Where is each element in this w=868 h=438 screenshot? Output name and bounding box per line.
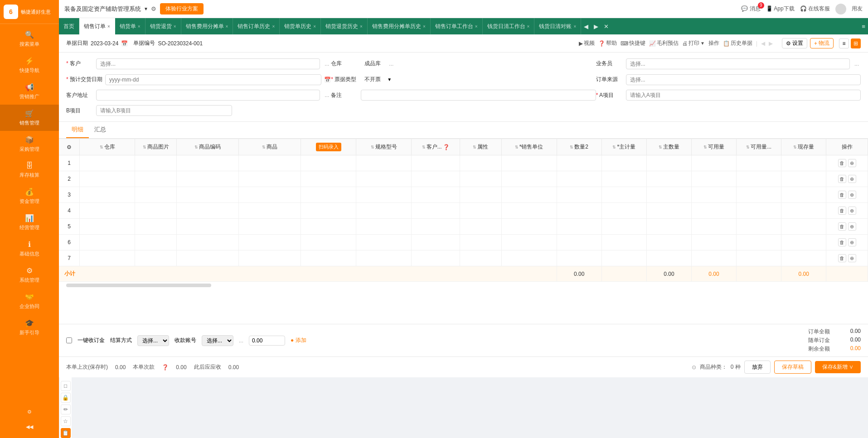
row-qty2[interactable]: [557, 250, 601, 266]
sidebar-item-sales[interactable]: 🛒 销售管理: [0, 105, 59, 131]
sidebar-item-cooperation[interactable]: 🤝 企业协同: [0, 288, 59, 314]
tab-home[interactable]: 首页: [59, 18, 79, 34]
tab-close-icon[interactable]: ×: [174, 24, 176, 29]
tab-sales-fee[interactable]: 销售费用分摊单 ×: [181, 18, 233, 34]
row-customer-code[interactable]: [412, 155, 460, 171]
row-main-qty[interactable]: [646, 171, 691, 187]
row-main-unit[interactable]: [601, 235, 646, 250]
row-code[interactable]: [176, 187, 238, 203]
tab-next-btn[interactable]: ▶: [591, 18, 601, 34]
row-code[interactable]: [176, 155, 238, 171]
save-draft-button[interactable]: 保存草稿: [774, 361, 811, 374]
amount-input[interactable]: [249, 336, 285, 346]
profit-link[interactable]: 📈 毛利预估: [649, 39, 679, 47]
tab-receipt-history[interactable]: 销货单历史 ×: [280, 18, 321, 34]
tab-close-icon[interactable]: ×: [313, 24, 316, 29]
row-copy-btn[interactable]: ⊕: [848, 175, 856, 183]
tab-close-icon[interactable]: ×: [226, 24, 228, 29]
list-view-btn[interactable]: ≡: [839, 39, 849, 48]
row-unit[interactable]: [501, 235, 557, 250]
row-unit[interactable]: [501, 187, 557, 203]
tab-order-workbench[interactable]: 销售订单工作台 ×: [431, 18, 483, 34]
sidebar-item-tutorial[interactable]: 🎓 新手引导: [0, 314, 59, 341]
row-copy-btn[interactable]: ⊕: [848, 159, 856, 167]
tab-cash-reconcile[interactable]: 钱货日清对账 ×: [534, 18, 581, 34]
row-qty2[interactable]: [557, 235, 601, 250]
row-qty2[interactable]: [557, 187, 601, 203]
row-spec[interactable]: [356, 250, 412, 266]
row-copy-btn[interactable]: ⊕: [848, 222, 856, 231]
tab-cash-workbench[interactable]: 钱货日清工作台 ×: [483, 18, 535, 34]
row-qty2[interactable]: [557, 155, 601, 171]
salesperson-input[interactable]: [626, 58, 850, 69]
calendar-icon[interactable]: 📅: [121, 40, 128, 47]
row-attr[interactable]: [460, 155, 502, 171]
row-qty2[interactable]: [557, 219, 601, 235]
row-main-unit[interactable]: [601, 250, 646, 266]
calendar-icon[interactable]: 📅: [324, 77, 331, 83]
row-warehouse[interactable]: [80, 187, 135, 203]
row-main-qty[interactable]: [646, 250, 691, 266]
tab-close-icon[interactable]: ×: [423, 24, 426, 29]
operate-link[interactable]: 操作: [708, 39, 719, 47]
row-main-unit[interactable]: [601, 171, 646, 187]
row-warehouse[interactable]: [80, 250, 135, 266]
row-attr[interactable]: [460, 250, 502, 266]
row-attr[interactable]: [460, 187, 502, 203]
b-project-input[interactable]: [96, 105, 232, 116]
sidebar-item-search[interactable]: 🔍 搜索菜单: [0, 26, 59, 52]
help-link[interactable]: ❓ 帮助: [598, 39, 617, 47]
sidebar-item-shortcut[interactable]: ⚡ 快捷导航: [0, 52, 59, 78]
row-attr[interactable]: [460, 171, 502, 187]
customer-expand-icon[interactable]: ...: [323, 61, 331, 67]
row-warehouse[interactable]: [80, 171, 135, 187]
account-select[interactable]: 选择...: [202, 335, 233, 346]
row-delete-btn[interactable]: 🗑: [838, 191, 846, 199]
row-customer-code[interactable]: [412, 219, 460, 235]
row-product[interactable]: [239, 171, 301, 187]
shortcut-link[interactable]: ⌨ 快捷键: [621, 39, 645, 47]
row-delete-btn[interactable]: 🗑: [838, 159, 846, 167]
row-attr[interactable]: [460, 219, 502, 235]
right-panel-btn-2[interactable]: 🔒: [61, 393, 71, 403]
history-link[interactable]: 📋 历史单据: [723, 39, 752, 47]
tab-menu-btn[interactable]: ≡: [859, 18, 868, 34]
order-source-input[interactable]: [626, 74, 861, 85]
row-qty2[interactable]: [557, 203, 601, 219]
sidebar-item-operations[interactable]: 📊 经营管理: [0, 209, 59, 236]
delivery-date-input[interactable]: [105, 74, 321, 85]
gear-settings-icon[interactable]: ⚙: [151, 5, 156, 12]
salesperson-expand-icon[interactable]: ...: [853, 61, 861, 67]
remark-input[interactable]: [361, 90, 596, 101]
tab-fee-history[interactable]: 销售费用分摊单历史 ×: [368, 18, 431, 34]
row-spec[interactable]: [356, 187, 412, 203]
row-unit[interactable]: [501, 219, 557, 235]
row-customer-code[interactable]: [412, 203, 460, 219]
row-copy-btn[interactable]: ⊕: [848, 254, 856, 262]
customer-input[interactable]: [96, 58, 320, 69]
sidebar-item-inventory[interactable]: 🗄 库存核算: [0, 157, 59, 183]
sidebar-item-purchase[interactable]: 📦 采购管理: [0, 131, 59, 157]
warehouse-expand-icon[interactable]: ...: [387, 61, 395, 67]
tab-sales-order[interactable]: 销售订单 ×: [79, 18, 115, 34]
row-unit[interactable]: [501, 250, 557, 266]
row-delete-btn[interactable]: 🗑: [838, 238, 846, 246]
row-copy-btn[interactable]: ⊕: [848, 207, 856, 215]
tab-close-all-btn[interactable]: ✕: [601, 18, 611, 34]
row-main-qty[interactable]: [646, 235, 691, 250]
tab-close-icon[interactable]: ×: [107, 24, 110, 29]
row-spec[interactable]: [356, 219, 412, 235]
sidebar-item-marketing[interactable]: 📢 营销推广: [0, 78, 59, 105]
row-customer-code[interactable]: [412, 235, 460, 250]
tab-close-icon[interactable]: ×: [138, 24, 141, 29]
tab-detail[interactable]: 明细: [66, 122, 89, 138]
dots-icon[interactable]: ...: [239, 337, 243, 344]
tab-close-icon[interactable]: ×: [527, 24, 530, 29]
row-customer-code[interactable]: [412, 187, 460, 203]
scan-btn[interactable]: 扫码录入: [316, 143, 341, 151]
industry-btn[interactable]: 体验行业方案: [160, 3, 204, 14]
right-panel-btn-1[interactable]: □: [61, 381, 71, 391]
horizontal-scrollbar[interactable]: [59, 282, 868, 289]
row-customer-code[interactable]: [412, 171, 460, 187]
sidebar-item-basics[interactable]: ℹ 基础信息: [0, 236, 59, 262]
